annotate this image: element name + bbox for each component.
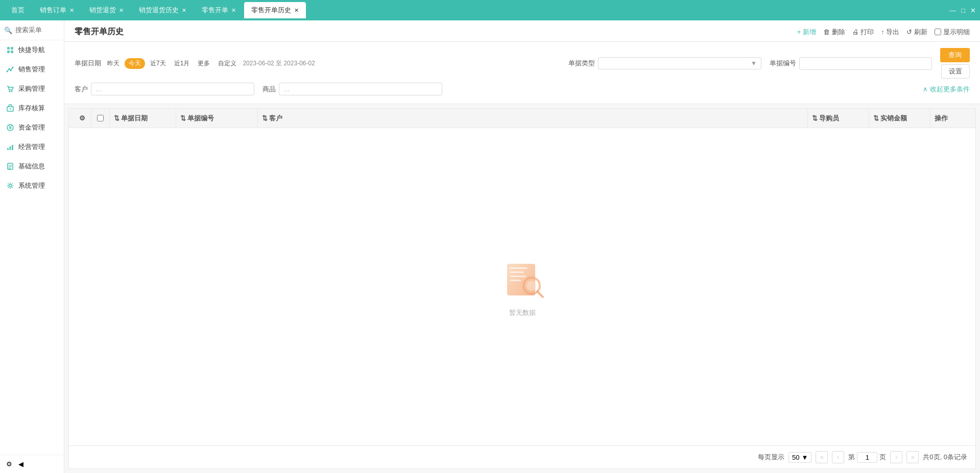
tab-close-sales-order[interactable]: ✕ [69,7,74,14]
add-button[interactable]: + 新增 [797,28,816,37]
sidebar-item-finance[interactable]: ¥ 资金管理 [0,118,64,137]
tab-sales-return-history[interactable]: 销货退货历史✕ [132,2,194,18]
column-checkbox[interactable] [91,109,110,128]
svg-rect-23 [510,267,528,269]
content-area: 零售开单历史 + 新增 🗑 删除 🖨 打印 ↑ 导出 ↺ 刷新 显示明细 单据日… [64,20,980,473]
sidebar-item-basic-info[interactable]: 基础信息 [0,157,64,176]
column-customer: ⇅ 客户 [258,109,808,128]
svg-rect-3 [11,51,13,53]
select-all-checkbox[interactable] [97,115,104,121]
svg-rect-25 [510,276,526,277]
collapse-label: 收起更多条件 [930,85,970,94]
sidebar-item-label: 资金管理 [18,123,45,132]
table-header: ⚙ ⇅ 单据日期 ⇅ 单据编号 ⇅ 客户 ⇅ [69,109,975,128]
settings-icon[interactable]: ⚙ [6,460,12,468]
col-customer-label: 客户 [269,114,282,123]
date-filter: 单据日期 昨天今天近7天近1月更多自定义 2023-06-02 至 2023-0… [75,58,315,69]
sidebar-item-operations[interactable]: 经营管理 [0,137,64,157]
last-page-button[interactable]: » [906,451,919,463]
inventory-icon [6,104,14,112]
date-option-自定义[interactable]: 自定义 [215,58,240,69]
date-option-近1月[interactable]: 近1月 [171,58,193,69]
empty-state: 暂无数据 [69,128,975,445]
print-button[interactable]: 🖨 打印 [852,28,874,37]
date-option-今天[interactable]: 今天 [125,58,145,69]
sort-billno-icon[interactable]: ⇅ [180,114,186,122]
next-page-button[interactable]: › [890,451,902,463]
window-controls: — □ ✕ [949,7,976,14]
prev-page-button[interactable]: ‹ [832,451,844,463]
per-page-value: 50 [792,454,799,461]
col-billno-label: 单据编号 [187,114,214,123]
sidebar-item-purchase-mgmt[interactable]: 采购管理 [0,79,64,98]
search-bill-label: 搜索采单 [15,26,42,35]
page-title: 零售开单历史 [75,27,124,37]
setting-button[interactable]: 设置 [941,64,970,79]
tab-close-sales-return[interactable]: ✕ [119,7,124,14]
delete-button[interactable]: 🗑 删除 [823,28,845,37]
display-detail-checkbox[interactable]: 显示明细 [935,28,970,37]
sales-mgmt-icon [6,65,14,73]
date-label: 单据日期 [75,59,101,68]
tab-sales-order[interactable]: 销售订单✕ [33,2,81,18]
tab-label: 销货退货历史 [139,6,179,15]
display-detail-input[interactable] [935,29,941,35]
bill-type-select[interactable]: ▼ [598,57,761,69]
filter-area: 单据日期 昨天今天近7天近1月更多自定义 2023-06-02 至 2023-0… [64,42,980,104]
sort-salesperson-icon[interactable]: ⇅ [812,114,818,122]
customer-select[interactable]: … [91,83,254,95]
refresh-button[interactable]: ↺ 刷新 [906,28,927,37]
chevron-down-icon: ▼ [751,60,757,67]
sidebar-item-quick-nav[interactable]: 快捷导航 [0,40,64,60]
bill-type-filter: 单据类型 ▼ [568,57,761,69]
close-window-button[interactable]: ✕ [970,7,976,14]
tab-close-retail-history[interactable]: ✕ [294,7,299,14]
tab-label: 销货退货 [89,6,116,15]
date-range: 2023-06-02 至 2023-06-02 [243,59,315,68]
sidebar-item-inventory[interactable]: 库存核算 [0,98,64,118]
collapse-button[interactable]: ∧ 收起更多条件 [923,85,970,94]
search-bill-button[interactable]: 🔍 搜索采单 [0,20,64,40]
per-page-select[interactable]: 50 ▼ [788,452,811,463]
collapse-icon[interactable]: ◀ [18,460,23,468]
sort-icon[interactable]: ⇅ [114,114,119,122]
date-option-昨天[interactable]: 昨天 [104,58,123,69]
sidebar-item-label: 系统管理 [18,181,45,190]
sidebar-item-sales-mgmt[interactable]: 销售管理 [0,60,64,79]
maximize-button[interactable]: □ [961,7,965,14]
column-settings[interactable]: ⚙ [73,109,91,128]
minimize-button[interactable]: — [949,7,956,14]
page-suffix: 页 [879,453,886,462]
tab-label: 零售开单 [202,6,228,15]
tab-sales-return[interactable]: 销货退货✕ [82,2,131,18]
first-page-button[interactable]: « [816,451,828,463]
tab-close-sales-return-history[interactable]: ✕ [182,7,186,14]
tab-close-retail-open[interactable]: ✕ [231,7,236,14]
sort-customer-icon[interactable]: ⇅ [262,114,268,122]
svg-point-4 [7,71,8,72]
tab-retail-history[interactable]: 零售开单历史✕ [244,2,306,18]
column-date: ⇅ 单据日期 [110,109,176,128]
export-button[interactable]: ↑ 导出 [881,28,899,37]
date-option-近7天[interactable]: 近7天 [147,58,169,69]
goods-select[interactable]: … [279,83,442,95]
quick-nav-icon [6,46,14,54]
current-page-input[interactable]: 1 [857,452,877,463]
date-option-更多[interactable]: 更多 [195,58,213,69]
column-salesperson: ⇅ 导购员 [808,109,869,128]
tab-home[interactable]: 首页 [4,2,32,18]
main-layout: 🔍 搜索采单 快捷导航 销售管理 采购管理 库存核算 ¥ 资金管理 经营管理 基… [0,20,980,473]
sidebar-item-system[interactable]: 系统管理 [0,176,64,195]
top-bar: 首页销售订单✕销货退货✕销货退货历史✕零售开单✕零售开单历史✕ — □ ✕ [0,0,980,20]
column-billno: ⇅ 单据编号 [176,109,258,128]
empty-text: 暂无数据 [509,308,536,317]
svg-point-6 [10,70,12,71]
sort-amount-icon[interactable]: ⇅ [873,114,879,122]
query-button[interactable]: 查询 [940,48,970,62]
svg-rect-2 [7,51,10,53]
pagination: 每页显示 50 ▼ « ‹ 第 1 页 › » 共0页, 0条记录 [69,445,975,468]
toolbar: + 新增 🗑 删除 🖨 打印 ↑ 导出 ↺ 刷新 显示明细 [797,28,970,37]
tab-retail-open[interactable]: 零售开单✕ [195,2,243,18]
bill-number-input[interactable] [799,57,932,70]
customer-label: 客户 [75,85,88,94]
